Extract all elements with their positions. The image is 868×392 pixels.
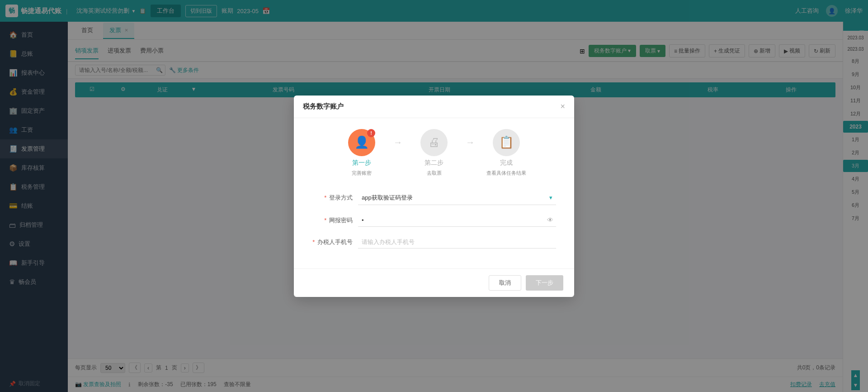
login-method-label: * 登录方式	[312, 194, 353, 202]
login-method-select[interactable]: app获取验证码登录 ▾	[358, 191, 556, 205]
password-input[interactable]	[358, 214, 547, 226]
select-arrow-icon: ▾	[549, 194, 552, 201]
step-1-circle: 👤 !	[348, 129, 375, 156]
modal-overlay: 税务数字账户 × 👤 ! 第一步 完善账密 → 🖨	[0, 0, 868, 392]
step-2: 🖨 第二步 去取票	[402, 129, 466, 177]
step-3-desc: 查看具体任务结果	[486, 170, 526, 177]
step-2-icon: 🖨	[428, 135, 440, 149]
step-3-icon: 📋	[499, 135, 514, 149]
password-label: * 网报密码	[312, 216, 353, 225]
step-3-label: 完成	[500, 159, 513, 167]
step-1-label: 第一步	[352, 159, 371, 167]
phone-input[interactable]	[358, 236, 556, 249]
step-1: 👤 ! 第一步 完善账密	[330, 129, 393, 177]
phone-label: * 办税人手机号	[312, 238, 353, 246]
modal-close-button[interactable]: ×	[560, 102, 565, 111]
tax-digital-modal: 税务数字账户 × 👤 ! 第一步 完善账密 → 🖨	[294, 96, 574, 297]
stepper: 👤 ! 第一步 完善账密 → 🖨 第二步 去取票 →	[312, 129, 556, 177]
step-1-badge: !	[367, 129, 375, 137]
next-button[interactable]: 下一步	[526, 275, 563, 291]
step-3-circle: 📋	[493, 129, 520, 156]
step-1-icon: 👤	[354, 135, 369, 149]
eye-icon[interactable]: 👁	[547, 216, 556, 224]
modal-body: 👤 ! 第一步 完善账密 → 🖨 第二步 去取票 →	[294, 118, 574, 268]
step-3: 📋 完成 查看具体任务结果	[475, 129, 538, 177]
step-2-desc: 去取票	[427, 170, 442, 177]
modal-header: 税务数字账户 ×	[294, 96, 574, 118]
step-2-circle: 🖨	[420, 129, 448, 156]
password-row: * 网报密码 👁	[312, 214, 556, 227]
login-method-row: * 登录方式 app获取验证码登录 ▾	[312, 191, 556, 205]
step-2-label: 第二步	[425, 159, 443, 167]
step-arrow-2: →	[466, 129, 475, 148]
phone-row: * 办税人手机号	[312, 236, 556, 249]
step-arrow-1: →	[393, 129, 402, 148]
cancel-button[interactable]: 取消	[489, 275, 521, 291]
password-field: 👁	[358, 214, 556, 227]
step-1-desc: 完善账密	[352, 170, 372, 177]
modal-title: 税务数字账户	[303, 102, 344, 111]
modal-footer: 取消 下一步	[294, 268, 574, 297]
